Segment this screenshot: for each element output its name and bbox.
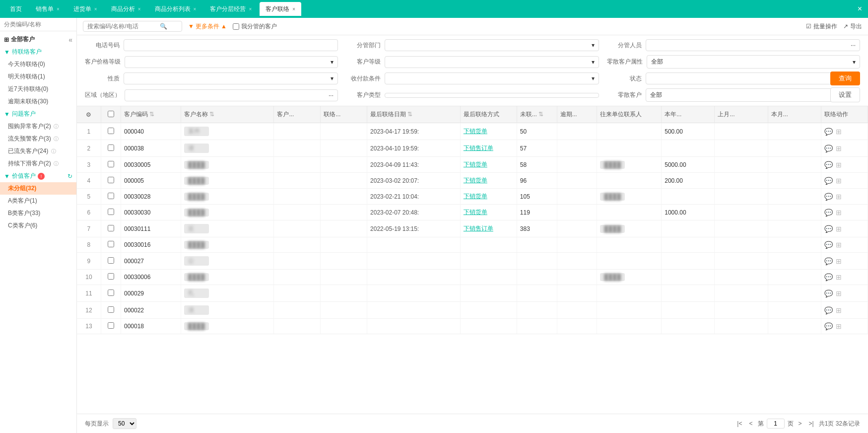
cell-method[interactable] <box>460 237 517 253</box>
sidebar-item-overdue[interactable]: 逾期未联络(30) <box>0 95 76 108</box>
sidebar-item-unclassified[interactable]: 未分组(32) <box>0 182 76 195</box>
th-name[interactable]: 客户名称 ⇅ <box>181 106 274 123</box>
cell-check[interactable] <box>101 302 121 319</box>
price-level-select[interactable]: ▾ <box>125 56 338 68</box>
action-grid-icon[interactable]: ⊞ <box>836 289 842 297</box>
action-chat-icon[interactable]: 💬 <box>824 144 833 152</box>
select-all-checkbox[interactable] <box>108 111 114 117</box>
batch-ops-btn[interactable]: ☑ 批量操作 <box>806 22 837 31</box>
action-grid-icon[interactable]: ⊞ <box>836 225 842 233</box>
action-chat-icon[interactable]: 💬 <box>824 257 833 265</box>
action-chat-icon[interactable]: 💬 <box>824 225 833 233</box>
action-chat-icon[interactable]: 💬 <box>824 306 833 314</box>
tab-home[interactable]: 首页 <box>4 2 28 16</box>
cell-check[interactable] <box>101 173 121 189</box>
th-contact[interactable]: 联络... <box>321 106 367 123</box>
search-input[interactable] <box>87 23 157 30</box>
th-date[interactable]: 最后联络日期 ⇅ <box>367 106 461 123</box>
tab-customer-contact[interactable]: 客户联络 × <box>260 2 301 16</box>
export-btn[interactable]: ↗ 导出 <box>843 22 862 31</box>
sidebar-item-churned[interactable]: 已流失客户(24) ⓘ <box>0 145 76 157</box>
query-button[interactable]: 查询 <box>830 72 860 85</box>
th-uncontact[interactable]: 未联... ⇅ <box>517 106 557 123</box>
action-grid-icon[interactable]: ⊞ <box>836 177 842 185</box>
th-settings[interactable]: ⚙ <box>77 106 101 123</box>
row-checkbox[interactable] <box>108 257 114 264</box>
action-grid-icon[interactable]: ⊞ <box>836 257 842 265</box>
action-grid-icon[interactable]: ⊞ <box>836 209 842 216</box>
th-code[interactable]: 客户编码 ⇅ <box>121 106 181 123</box>
cell-method[interactable]: 下销售订单 <box>460 220 517 237</box>
th-method[interactable]: 最后联络方式 <box>460 106 517 123</box>
per-page-select[interactable]: 50 <box>113 418 136 429</box>
th-type[interactable]: 客户... <box>274 106 321 123</box>
row-checkbox[interactable] <box>108 161 114 167</box>
cell-check[interactable] <box>101 319 121 334</box>
action-grid-icon[interactable]: ⊞ <box>836 128 842 136</box>
sidebar-item-churn-warning[interactable]: 流失预警客户(3) ⓘ <box>0 133 76 145</box>
row-checkbox[interactable] <box>108 225 114 231</box>
tab-analysis[interactable]: 商品分析 × <box>105 2 147 16</box>
tab-purchase[interactable]: 进货单 × <box>67 2 103 16</box>
tab-analysis-close[interactable]: × <box>138 6 141 12</box>
action-chat-icon[interactable]: 💬 <box>824 128 833 136</box>
sidebar-collapse-icon[interactable]: « <box>68 36 72 44</box>
row-checkbox[interactable] <box>108 273 114 280</box>
tab-analysis-list[interactable]: 商品分析列表 × <box>149 2 202 16</box>
cell-check[interactable] <box>101 237 121 253</box>
next-page-btn[interactable]: > <box>797 419 804 428</box>
cell-check[interactable] <box>101 123 121 140</box>
section-pending-contact[interactable]: ▼ 待联络客户 <box>0 46 76 58</box>
sidebar-item-today[interactable]: 今天待联络(0) <box>0 58 76 71</box>
action-chat-icon[interactable]: 💬 <box>824 241 833 249</box>
phone-input[interactable] <box>124 39 338 51</box>
cell-method[interactable] <box>460 253 517 270</box>
retail-select[interactable]: 全部 ▾ <box>646 88 860 102</box>
tab-customer-mgmt[interactable]: 客户分层经营 × <box>204 2 258 16</box>
action-grid-icon[interactable]: ⊞ <box>836 193 842 201</box>
action-chat-icon[interactable]: 💬 <box>824 289 833 297</box>
cell-method[interactable]: 下销货单 <box>460 123 517 140</box>
cell-check[interactable] <box>101 253 121 270</box>
level-select[interactable]: ▾ <box>385 56 599 68</box>
action-chat-icon[interactable]: 💬 <box>824 209 833 216</box>
row-checkbox[interactable] <box>108 177 114 183</box>
row-checkbox[interactable] <box>108 241 114 247</box>
action-grid-icon[interactable]: ⊞ <box>836 306 842 314</box>
action-grid-icon[interactable]: ⊞ <box>836 241 842 249</box>
row-checkbox[interactable] <box>108 306 114 313</box>
th-check[interactable] <box>101 106 121 123</box>
th-thisyear[interactable]: 本年... <box>662 106 715 123</box>
reset-button[interactable]: 设置 <box>830 87 860 102</box>
row-checkbox[interactable] <box>108 193 114 199</box>
prev-page-btn[interactable]: < <box>747 419 754 428</box>
th-liaison[interactable]: 往来单位联系人 <box>597 106 662 123</box>
payment-select[interactable]: ▾ <box>385 72 599 84</box>
action-chat-icon[interactable]: 💬 <box>824 193 833 201</box>
th-overdue[interactable]: 逾期... <box>557 106 597 123</box>
cell-check[interactable] <box>101 157 121 173</box>
action-grid-icon[interactable]: ⊞ <box>836 144 842 152</box>
region-select[interactable]: ··· <box>125 89 338 101</box>
custtype-select[interactable] <box>385 93 599 98</box>
sidebar-search-input[interactable] <box>4 21 77 28</box>
th-lastmonth[interactable]: 上月... <box>715 106 768 123</box>
action-grid-icon[interactable]: ⊞ <box>836 322 842 330</box>
action-chat-icon[interactable]: 💬 <box>824 273 833 281</box>
cell-method[interactable]: 下销货单 <box>460 173 517 189</box>
page-input[interactable] <box>767 419 785 429</box>
cell-check[interactable] <box>101 220 121 237</box>
cell-method[interactable]: 下销货单 <box>460 189 517 205</box>
action-chat-icon[interactable]: 💬 <box>824 322 833 330</box>
tab-customer-contact-close[interactable]: × <box>292 6 295 12</box>
cell-check[interactable] <box>101 270 121 285</box>
sidebar-item-class-a[interactable]: A类客户(1) <box>0 195 76 207</box>
close-all-tabs[interactable]: × <box>856 2 864 15</box>
section-problem-customers[interactable]: ▼ 问题客户 <box>0 108 76 120</box>
tab-purchase-close[interactable]: × <box>94 6 97 12</box>
action-chat-icon[interactable]: 💬 <box>824 161 833 169</box>
cell-check[interactable] <box>101 189 121 205</box>
dept-select[interactable]: ▾ <box>385 39 599 51</box>
retail-attr-select[interactable]: 全部 ▾ <box>647 55 860 69</box>
action-grid-icon[interactable]: ⊞ <box>836 161 842 169</box>
